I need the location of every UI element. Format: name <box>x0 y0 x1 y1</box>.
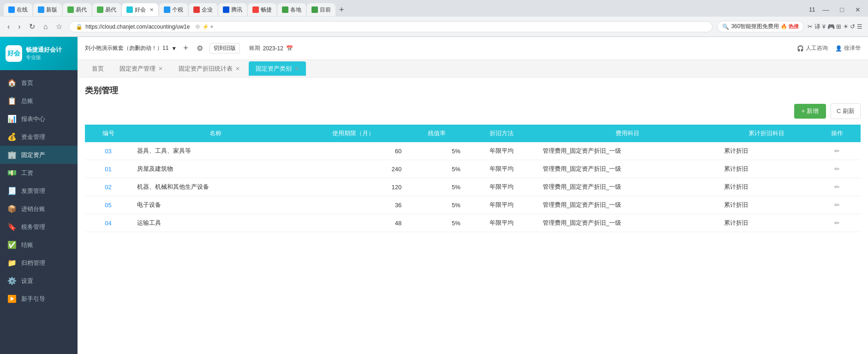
user-dropdown-arrow[interactable]: ▼ <box>171 45 177 52</box>
edit-icon-r4[interactable]: ✏ <box>834 219 840 227</box>
browser-tab-geshui[interactable]: 个税 <box>159 3 188 16</box>
page-tab-close-fixed_asset_category[interactable]: ✕ <box>294 66 299 72</box>
table-cell-r0-c7[interactable]: ✏ <box>814 142 861 160</box>
consult-button[interactable]: 🎧 人工咨询 <box>797 44 828 52</box>
calendar-icon[interactable]: 📅 <box>286 45 293 52</box>
sidebar-label-archive_mgmt: 归档管理 <box>21 259 45 267</box>
home-nav-button[interactable]: ⌂ <box>42 22 50 32</box>
table-col-5: 费用科目 <box>537 125 719 142</box>
sidebar-label-invoice_mgmt: 发票管理 <box>21 187 45 195</box>
table-cell-r0-c0[interactable]: 03 <box>85 142 132 160</box>
new-tab-button[interactable]: + <box>336 5 347 15</box>
edit-icon-r0[interactable]: ✏ <box>834 147 840 155</box>
sidebar-item-tax_mgmt[interactable]: 🔖税务管理 <box>0 218 78 236</box>
sidebar-item-settlement[interactable]: ✅结账 <box>0 236 78 254</box>
page-tab-home[interactable]: 首页 <box>85 61 111 76</box>
tab-label-xin: 新版 <box>46 6 57 14</box>
table-cell-r1-c7[interactable]: ✏ <box>814 160 861 178</box>
browser-tab-changtui[interactable]: 畅捷 <box>248 3 276 16</box>
forward-button[interactable]: › <box>16 22 22 32</box>
tab-favicon-yidai1 <box>67 6 74 13</box>
lock-icon: 🔒 <box>76 24 83 30</box>
tab-close-haohao[interactable]: ✕ <box>150 7 154 13</box>
sidebar-item-payroll[interactable]: 💵工资 <box>0 164 78 182</box>
page-tab-fixed_asset_mgmt[interactable]: 固定资产管理✕ <box>113 61 170 76</box>
browser-tab-haohao[interactable]: 好会✕ <box>122 3 158 16</box>
bookmark-button[interactable]: ☆ <box>54 21 64 32</box>
user-avatar-area[interactable]: 👤 徐泽华 <box>835 44 861 52</box>
sidebar-item-archive_mgmt[interactable]: 📁归档管理 <box>0 254 78 272</box>
edit-icon-r1[interactable]: ✏ <box>834 165 840 173</box>
close-button[interactable]: ✕ <box>851 4 864 15</box>
sidebar-item-home[interactable]: 🏠首页 <box>0 74 78 92</box>
edit-icon-r3[interactable]: ✏ <box>834 201 840 209</box>
browser-tab-yidai2[interactable]: 易代 <box>92 3 121 16</box>
add-button[interactable]: + 新增 <box>794 104 826 119</box>
browser-tab-xin[interactable]: 新版 <box>33 3 62 16</box>
table-cell-r0-c2: 60 <box>300 142 407 160</box>
browser-tab-qiye[interactable]: 企业 <box>189 3 217 16</box>
refresh-button[interactable]: C 刷新 <box>831 103 861 119</box>
browser-tab-shumu[interactable]: 目前 <box>307 3 335 16</box>
browser-tab-gedi[interactable]: 各地 <box>277 3 306 16</box>
back-button[interactable]: ‹ <box>6 22 12 32</box>
code-link-r1[interactable]: 01 <box>105 166 111 173</box>
add-account-button[interactable]: + <box>181 42 190 54</box>
browser-tab-yidai1[interactable]: 易代 <box>63 3 91 16</box>
code-link-r4[interactable]: 04 <box>105 220 111 227</box>
sidebar-item-guide[interactable]: ▶️新手引导 <box>0 290 78 308</box>
table-cell-r1-c0[interactable]: 01 <box>85 160 132 178</box>
page-tabs: 首页固定资产管理✕固定资产折旧统计表✕固定资产类别✕ <box>78 60 868 78</box>
switch-to-old-version-button[interactable]: 切到旧版 <box>210 43 240 54</box>
sidebar-label-purchase_sales: 进销台账 <box>21 205 45 213</box>
code-link-r3[interactable]: 05 <box>105 202 111 209</box>
url-bar[interactable]: 🔒 https://cloud.chanjet.com/accounting/u… <box>69 21 712 32</box>
reload-button[interactable]: ↻ <box>27 21 37 32</box>
tab-favicon-qiye <box>193 6 200 13</box>
browser-tab-tengxun[interactable]: 腾讯 <box>218 3 247 16</box>
table-cell-r2-c7[interactable]: ✏ <box>814 178 861 196</box>
data-table: 编号名称使用期限（月）残值率折旧方法费用科目累计折旧科目操作 03器具、工具、家… <box>85 125 861 232</box>
headphone-icon: 🎧 <box>797 45 804 52</box>
table-cell-r4-c0[interactable]: 04 <box>85 214 132 232</box>
sidebar-icon-settings: ⚙️ <box>7 276 17 285</box>
table-cell-r0-c5: 管理费用_固定资产折旧_一级 <box>537 142 719 160</box>
table-row: 01房屋及建筑物2405%年限平均管理费用_固定资产折旧_一级累计折旧✏ <box>85 160 861 178</box>
table-cell-r2-c3: 5% <box>407 178 466 196</box>
table-cell-r2-c0[interactable]: 02 <box>85 178 132 196</box>
minimize-button[interactable]: — <box>819 4 833 15</box>
tab-bar-right: 11 — □ ✕ <box>809 4 864 15</box>
table-cell-r0-c1: 器具、工具、家具等 <box>132 142 299 160</box>
page-tab-close-fixed_asset_mgmt[interactable]: ✕ <box>158 66 163 72</box>
table-cell-r3-c0[interactable]: 05 <box>85 196 132 214</box>
sidebar-icon-fixed_assets: 🏢 <box>7 150 17 159</box>
sidebar-item-purchase_sales[interactable]: 📦进销台账 <box>0 200 78 218</box>
tab-favicon-gedi <box>282 6 288 13</box>
table-cell-r0-c4: 年限平均 <box>466 142 537 160</box>
tab-favicon-zaixian <box>8 6 15 13</box>
table-cell-r3-c7[interactable]: ✏ <box>814 196 861 214</box>
sidebar-item-fund_mgmt[interactable]: 💰资金管理 <box>0 128 78 146</box>
page-tab-label-home: 首页 <box>92 65 104 73</box>
page-tab-fixed_asset_category[interactable]: 固定资产类别✕ <box>249 61 306 76</box>
browser-chrome: 在线新版易代易代好会✕个税企业腾讯畅捷各地目前 + 11 — □ ✕ ‹ › ↻… <box>0 0 868 37</box>
browser-tab-zaixian[interactable]: 在线 <box>4 3 32 16</box>
browser-search-box[interactable]: 🔍 360智能抠图免费用 🔥 热搜 <box>717 21 804 32</box>
app-header: 刘小艳演示账套（勿删勿动！）11 ▼ + ⚙ 切到旧版 账期 2023-12 📅… <box>78 37 868 60</box>
page-tab-close-depreciation_stats[interactable]: ✕ <box>235 66 240 72</box>
sidebar-item-reports[interactable]: 📊报表中心 <box>0 110 78 128</box>
sidebar-item-settings[interactable]: ⚙️设置 <box>0 272 78 290</box>
maximize-button[interactable]: □ <box>837 4 848 15</box>
edit-icon-r2[interactable]: ✏ <box>834 183 840 191</box>
code-link-r2[interactable]: 02 <box>105 184 111 191</box>
settings-icon-button[interactable]: ⚙ <box>195 43 205 54</box>
page-tab-depreciation_stats[interactable]: 固定资产折旧统计表✕ <box>172 61 247 76</box>
sidebar-item-fixed_assets[interactable]: 🏢固定资产 <box>0 146 78 164</box>
sidebar-icon-tax_mgmt: 🔖 <box>7 222 17 231</box>
sidebar-item-invoice_mgmt[interactable]: 🧾发票管理 <box>0 182 78 200</box>
sidebar-icon-settlement: ✅ <box>7 240 17 249</box>
table-cell-r4-c7[interactable]: ✏ <box>814 214 861 232</box>
code-link-r0[interactable]: 03 <box>105 148 111 155</box>
table-cell-r1-c1: 房屋及建筑物 <box>132 160 299 178</box>
sidebar-item-general_ledger[interactable]: 📋总账 <box>0 92 78 110</box>
